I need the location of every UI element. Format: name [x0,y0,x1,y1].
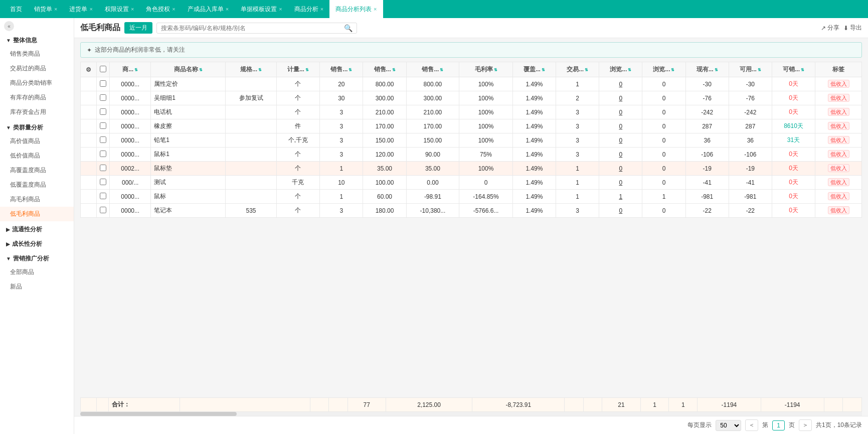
row-browse1[interactable]: 0 [599,91,642,105]
sidebar-group-growth[interactable]: ▶ 成长性分析 [0,236,74,250]
nav-product-analysis-close[interactable]: × [320,6,323,12]
row-check[interactable] [100,179,106,185]
per-page-select[interactable]: 50 20 100 [716,420,741,431]
sidebar-item-low-value[interactable]: 低价值商品 [0,149,74,163]
row-browse1[interactable]: 0 [599,133,642,148]
nav-product-analysis-list[interactable]: 商品分析列表 × [329,0,383,18]
col-gross-rate[interactable]: 毛利率⇅ [459,62,513,77]
col-checkbox[interactable] [97,62,110,77]
col-sale-qty[interactable]: 销售...⇅ [320,62,363,77]
sidebar-group-general[interactable]: ▼ 整体信息 [0,32,74,47]
search-icon[interactable]: 🔍 [344,24,353,32]
nav-template-close[interactable]: × [279,6,282,12]
row-check[interactable] [100,165,106,171]
col-browse2[interactable]: 浏览...⇅ [642,62,685,77]
sidebar-item-high-value[interactable]: 高价值商品 [0,134,74,149]
col-spec[interactable]: 规格...⇅ [226,62,276,77]
nav-roles-close[interactable]: × [172,6,175,12]
sidebar-item-new-products[interactable]: 新品 [0,279,74,294]
sidebar-group-cluster[interactable]: ▼ 类群量分析 [0,119,74,134]
footer-empty-unit [329,398,348,412]
sidebar-item-inventory-capital[interactable]: 库存资金占用 [0,105,74,119]
period-button[interactable]: 近一月 [124,22,152,34]
row-check[interactable] [100,122,106,129]
row-checkbox[interactable] [97,133,110,148]
sidebar-item-traded-products[interactable]: 交易过的商品 [0,61,74,76]
nav-purchase-close[interactable]: × [89,6,92,12]
sidebar-group-marketing[interactable]: ▼ 营销推广分析 [0,250,74,265]
content-header: 低毛利商品 近一月 🔍 ↗ 分享 ⬇ 导出 [74,18,868,38]
search-input[interactable] [161,25,344,32]
sidebar-item-stocked-products[interactable]: 有库存的商品 [0,90,74,105]
row-check[interactable] [100,94,106,101]
per-page-label: 每页显示 [687,421,712,429]
nav-roles[interactable]: 角色授权 × [140,0,181,18]
footer-available: -1194 [761,398,824,412]
nav-purchase[interactable]: 进货单 × [63,0,98,18]
sidebar-item-high-coverage[interactable]: 高覆盖度商品 [0,163,74,178]
nav-permissions-close[interactable]: × [131,6,134,12]
row-browse1[interactable]: 0 [599,148,642,162]
search-box[interactable]: 🔍 [156,23,357,34]
row-browse1[interactable]: 1 [599,190,642,204]
row-check[interactable] [100,108,106,115]
row-browse1[interactable]: 0 [599,162,642,176]
row-check[interactable] [100,151,106,157]
horizontal-scrollbar[interactable] [80,412,862,416]
col-saleable[interactable]: 可销...⇅ [772,62,815,77]
sidebar-collapse-btn[interactable]: « [4,21,14,31]
col-coverage[interactable]: 覆盖...⇅ [512,62,556,77]
nav-template[interactable]: 单据模板设置 × [235,0,288,18]
sidebar-item-category-rate[interactable]: 商品分类助销率 [0,76,74,90]
row-browse1[interactable]: 0 [599,176,642,190]
sidebar-item-all-products[interactable]: 全部商品 [0,265,74,279]
row-browse1[interactable]: 0 [599,119,642,133]
row-checkbox[interactable] [97,91,110,105]
col-available[interactable]: 可用...⇅ [729,62,772,77]
col-code[interactable]: 商...⇅ [110,62,151,77]
col-current[interactable]: 现有...⇅ [685,62,729,77]
nav-sales-close[interactable]: × [54,6,57,12]
nav-permissions[interactable]: 权限设置 × [99,0,140,18]
col-tag[interactable]: 标签 [815,62,862,77]
row-browse1[interactable]: 0 [599,77,642,91]
row-checkbox[interactable] [97,190,110,204]
row-checkbox[interactable] [97,204,110,218]
row-checkbox[interactable] [97,176,110,190]
row-check[interactable] [100,80,106,87]
nav-product-entry-close[interactable]: × [226,6,229,12]
row-checkbox[interactable] [97,77,110,91]
nav-product-analysis-list-close[interactable]: × [374,6,377,12]
nav-home[interactable]: 首页 [4,0,28,18]
row-browse1[interactable]: 0 [599,204,642,218]
sidebar-item-sales-products[interactable]: 销售类商品 [0,47,74,61]
row-browse1[interactable]: 0 [599,105,642,119]
row-check[interactable] [100,136,106,143]
share-button[interactable]: ↗ 分享 [821,24,839,32]
select-all-checkbox[interactable] [100,66,106,72]
nav-product-analysis[interactable]: 商品分析 × [288,0,329,18]
scroll-thumb[interactable] [80,412,237,416]
next-page-button[interactable]: ＞ [799,419,812,431]
row-check[interactable] [100,193,106,199]
sidebar-item-low-coverage[interactable]: 低覆盖度商品 [0,178,74,192]
col-name[interactable]: 商品名称⇅ [151,62,226,77]
row-checkbox[interactable] [97,162,110,176]
row-check[interactable] [100,207,106,213]
row-checkbox[interactable] [97,105,110,119]
col-sale-price[interactable]: 销售...⇅ [363,62,406,77]
row-checkbox[interactable] [97,119,110,133]
col-sale-amount[interactable]: 销售...⇅ [406,62,459,77]
row-checkbox[interactable] [97,148,110,162]
sidebar-group-flow[interactable]: ▶ 流通性分析 [0,221,74,236]
col-trade[interactable]: 交易...⇅ [556,62,599,77]
col-browse1[interactable]: 浏览...⇅ [599,62,642,77]
prev-page-button[interactable]: ＜ [745,419,758,431]
nav-product-entry[interactable]: 产成品入库单 × [182,0,235,18]
export-button[interactable]: ⬇ 导出 [843,24,862,32]
sidebar-item-high-margin[interactable]: 高毛利商品 [0,192,74,207]
nav-sales[interactable]: 销货单 × [28,0,63,18]
sidebar-item-low-margin[interactable]: 低毛利商品 [0,207,74,221]
col-settings[interactable]: ⚙ [81,62,97,77]
col-unit[interactable]: 计量...⇅ [276,62,320,77]
